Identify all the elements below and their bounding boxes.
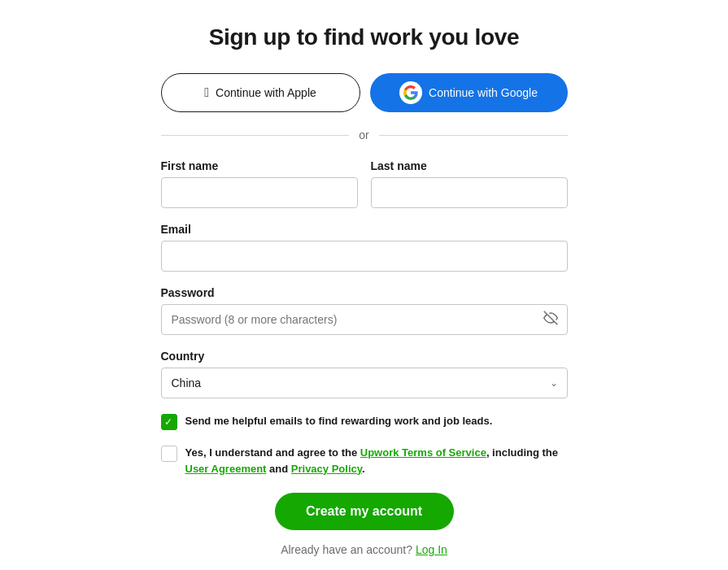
password-group: Password (161, 286, 568, 335)
password-label: Password (161, 286, 568, 299)
google-icon-circle (399, 81, 422, 104)
eye-off-icon (543, 311, 558, 325)
emails-checkbox-label[interactable]: Send me helpful emails to find rewarding… (185, 413, 493, 429)
password-wrapper (161, 304, 568, 335)
signup-container: Sign up to find work you love  Continue… (161, 24, 568, 556)
country-select-wrapper: China United States United Kingdom Canad… (161, 368, 568, 398)
create-account-button[interactable]: Create my account (275, 493, 454, 530)
terms-checkbox[interactable] (161, 446, 177, 462)
emails-checkbox[interactable] (161, 414, 177, 430)
emails-checkbox-wrapper: ✓ (161, 414, 177, 433)
login-link[interactable]: Log In (416, 543, 447, 556)
email-input[interactable] (161, 241, 568, 272)
apple-signin-button[interactable]:  Continue with Apple (161, 73, 360, 112)
last-name-input[interactable] (371, 177, 568, 208)
emails-checkbox-row: ✓ Send me helpful emails to find rewardi… (161, 413, 568, 433)
country-group: Country China United States United Kingd… (161, 350, 568, 398)
email-group: Email (161, 223, 568, 272)
terms-checkbox-row: ✓ Yes, I understand and agree to the Upw… (161, 445, 568, 476)
divider-line-left (161, 135, 350, 136)
terms-text-3: and (266, 463, 290, 475)
first-name-label: First name (161, 159, 358, 172)
terms-text-4: . (362, 463, 365, 475)
last-name-label: Last name (371, 159, 568, 172)
google-button-label: Continue with Google (429, 86, 538, 99)
terms-text-1: Yes, I understand and agree to the (185, 446, 360, 459)
first-name-input[interactable] (161, 177, 358, 208)
apple-button-label: Continue with Apple (216, 86, 316, 99)
name-row: First name Last name (161, 159, 568, 208)
country-select[interactable]: China United States United Kingdom Canad… (161, 368, 568, 398)
user-agreement-link[interactable]: User Agreement (185, 463, 267, 475)
terms-of-service-link[interactable]: Upwork Terms of Service (360, 446, 486, 459)
divider-line-right (379, 135, 568, 136)
divider: or (161, 128, 568, 141)
apple-icon:  (204, 85, 209, 100)
email-label: Email (161, 223, 568, 236)
privacy-policy-link[interactable]: Privacy Policy (291, 463, 362, 475)
already-have-account-text: Already have an account? (281, 543, 412, 556)
login-text: Already have an account? Log In (161, 543, 568, 556)
page-title: Sign up to find work you love (161, 24, 568, 50)
google-signin-button[interactable]: Continue with Google (370, 73, 568, 112)
google-g-icon (403, 85, 418, 100)
divider-text: or (359, 128, 368, 141)
terms-checkbox-wrapper: ✓ (161, 446, 177, 465)
password-toggle-button[interactable] (542, 309, 560, 330)
terms-text-2: , including the (486, 446, 558, 459)
country-label: Country (161, 350, 568, 363)
password-input[interactable] (161, 304, 568, 335)
auth-buttons-row:  Continue with Apple Continue with Goog… (161, 73, 568, 112)
last-name-group: Last name (371, 159, 568, 208)
terms-checkbox-label[interactable]: Yes, I understand and agree to the Upwor… (185, 445, 568, 476)
first-name-group: First name (161, 159, 358, 208)
